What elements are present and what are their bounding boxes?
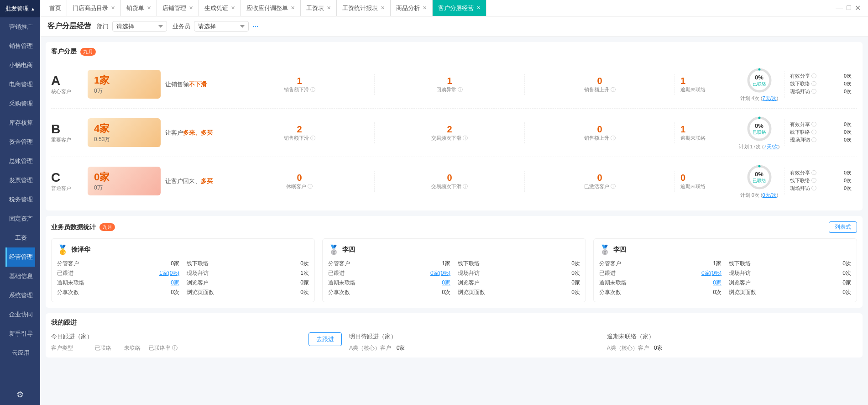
sidebar-item-销售管理[interactable]: 销售管理	[5, 37, 35, 56]
circle-text: 0% 已联络	[753, 122, 766, 136]
tab-close-icon[interactable]: ✕	[381, 5, 385, 11]
tab-close-icon[interactable]: ✕	[327, 5, 331, 11]
sidebar-item-营销推广[interactable]: 营销推广	[5, 17, 35, 37]
tier-stat[interactable]: 0 销售额上升 ⓘ	[524, 74, 675, 95]
dept-filter: 部门 请选择	[97, 21, 167, 32]
tier-stat[interactable]: 1 销售额下滑 ⓘ	[225, 74, 374, 95]
sidebar-item-发票管理[interactable]: 发票管理	[5, 171, 35, 190]
tier-count-block-A[interactable]: 1家 0万	[88, 66, 161, 102]
tier-stat[interactable]: 0 交易频次下滑 ⓘ	[374, 171, 524, 192]
tab-销货单[interactable]: 销货单✕	[121, 0, 157, 16]
tier-count-block-C[interactable]: 0家 0万	[88, 163, 161, 199]
side-stat-info-icon[interactable]: ⓘ	[811, 178, 816, 183]
sidebar-item-云应用[interactable]: 云应用	[5, 343, 35, 363]
stat-info-icon[interactable]: ⓘ	[310, 135, 315, 142]
staff-stat-val[interactable]: 0家	[442, 279, 450, 287]
staff-stat-row: 线下联络0次	[729, 260, 851, 268]
tab-工资表[interactable]: 工资表✕	[301, 0, 337, 16]
tier-contact-C[interactable]: 0 逾期未联络	[675, 171, 734, 192]
stat-info-icon[interactable]: ⓘ	[308, 183, 313, 190]
sidebar-header[interactable]: 批发管理 ▲	[0, 0, 40, 17]
sidebar-item-小畅电商[interactable]: 小畅电商	[5, 56, 35, 75]
staff-stat-val[interactable]: 0家	[171, 279, 179, 287]
sidebar-item-税务管理[interactable]: 税务管理	[5, 190, 35, 209]
tier-circle-A: 0% 已联络 计划 4次 (7天/次)	[734, 65, 784, 104]
tab-close-icon[interactable]: ✕	[111, 5, 115, 11]
tab-应收应付调整单[interactable]: 应收应付调整单✕	[241, 0, 301, 16]
sidebar-item-库存核算[interactable]: 库存核算	[5, 113, 35, 132]
tab-label: 店铺管理	[162, 4, 186, 12]
tier-contact-A[interactable]: 1 逾期未联络	[675, 74, 734, 95]
staff-select[interactable]: 请选择	[194, 21, 249, 32]
staff-stat-val[interactable]: 0家(0%)	[701, 269, 722, 277]
sidebar-item-基础信息[interactable]: 基础信息	[5, 267, 35, 286]
tab-首页[interactable]: 首页	[44, 0, 67, 16]
tab-店铺管理[interactable]: 店铺管理✕	[157, 0, 199, 16]
side-stat-info-icon[interactable]: ⓘ	[811, 185, 816, 191]
tier-label-C: C普通客户	[51, 170, 88, 192]
tab-商品分析[interactable]: 商品分析✕	[391, 0, 433, 16]
tier-contact-B[interactable]: 1 逾期未联络	[675, 122, 734, 143]
side-stat-info-icon[interactable]: ⓘ	[811, 73, 816, 79]
tab-close-icon[interactable]: ✕	[476, 5, 481, 11]
sidebar-item-经营管理[interactable]: 经营管理	[5, 247, 35, 267]
sidebar-item-新手引导[interactable]: 新手引导	[5, 324, 35, 343]
sidebar-item-资金管理[interactable]: 资金管理	[5, 132, 35, 152]
tab-工资统计报表[interactable]: 工资统计报表✕	[337, 0, 391, 16]
tier-stat[interactable]: 0 已激活客户 ⓘ	[524, 171, 675, 192]
maximize-icon[interactable]: □	[847, 4, 851, 12]
contact-label: 逾期未联络	[680, 183, 728, 190]
stat-label: 休眠客户 ⓘ	[228, 183, 371, 190]
minimize-icon[interactable]: —	[836, 4, 843, 12]
sidebar-item-系统管理[interactable]: 系统管理	[5, 286, 35, 305]
tab-close-icon[interactable]: ✕	[231, 5, 235, 11]
stat-info-icon[interactable]: ⓘ	[458, 86, 463, 93]
circle-plan-link[interactable]: 0天/次	[763, 192, 777, 198]
side-stat-val: 0次	[844, 73, 852, 79]
stat-info-icon[interactable]: ⓘ	[463, 183, 468, 190]
tab-close-icon[interactable]: ✕	[291, 5, 295, 11]
side-stat-info-icon[interactable]: ⓘ	[811, 121, 816, 127]
staff-stat-val[interactable]: 0家(0%)	[430, 269, 450, 277]
circle-plan-link[interactable]: 7天/次	[764, 144, 778, 149]
sidebar-expand-icon[interactable]: ▲	[31, 6, 35, 11]
sidebar-item-企业协同[interactable]: 企业协同	[5, 305, 35, 324]
staff-stat-val[interactable]: 1家(0%)	[159, 269, 179, 277]
sidebar-item-电商管理[interactable]: 电商管理	[5, 75, 35, 94]
list-view-button[interactable]: 列表式	[829, 221, 857, 233]
sidebar-item-固定资产[interactable]: 固定资产	[5, 209, 35, 228]
side-stat-info-icon[interactable]: ⓘ	[811, 170, 816, 175]
sidebar-item-采购管理[interactable]: 采购管理	[5, 94, 35, 113]
stat-info-icon[interactable]: ⓘ	[611, 86, 616, 93]
dept-select[interactable]: 请选择	[112, 21, 167, 32]
sidebar-item-总账管理[interactable]: 总账管理	[5, 152, 35, 171]
tier-stat[interactable]: 1 回购异常 ⓘ	[374, 74, 524, 95]
tab-客户分层经营[interactable]: 客户分层经营✕	[433, 0, 486, 16]
stat-info-icon[interactable]: ⓘ	[611, 183, 616, 190]
tier-stat[interactable]: 0 销售额上升 ⓘ	[524, 122, 675, 143]
stat-info-icon[interactable]: ⓘ	[611, 135, 616, 142]
circle-plan-link[interactable]: 7天/次	[763, 95, 777, 101]
tab-生成凭证[interactable]: 生成凭证✕	[199, 0, 241, 16]
side-stat-info-icon[interactable]: ⓘ	[811, 137, 816, 142]
staff-stat-val[interactable]: 0家	[713, 279, 722, 287]
sidebar-settings-icon[interactable]: ⚙	[0, 384, 40, 405]
tier-stat[interactable]: 0 休眠客户 ⓘ	[225, 171, 374, 192]
tab-close-icon[interactable]: ✕	[189, 5, 193, 11]
more-options-icon[interactable]: ···	[252, 22, 258, 31]
side-stat-info-icon[interactable]: ⓘ	[811, 129, 816, 135]
goto-followup-button[interactable]: 去跟进	[309, 332, 342, 346]
tab-门店商品目录[interactable]: 门店商品目录✕	[67, 0, 121, 16]
tab-close-icon[interactable]: ✕	[147, 5, 151, 11]
stat-info-icon[interactable]: ⓘ	[463, 135, 468, 142]
tier-stat[interactable]: 2 销售额下滑 ⓘ	[225, 122, 374, 143]
tab-close-icon[interactable]: ✕	[423, 5, 427, 11]
stat-info-icon[interactable]: ⓘ	[310, 86, 315, 93]
close-window-icon[interactable]: ✕	[855, 4, 861, 12]
tier-stat[interactable]: 2 交易频次下滑 ⓘ	[374, 122, 524, 143]
stat-num: 2	[228, 124, 371, 135]
side-stat-info-icon[interactable]: ⓘ	[811, 81, 816, 86]
sidebar-item-工资[interactable]: 工资	[5, 228, 35, 247]
side-stat-info-icon[interactable]: ⓘ	[811, 89, 816, 94]
tier-count-block-B[interactable]: 4家 0.53万	[88, 115, 161, 151]
